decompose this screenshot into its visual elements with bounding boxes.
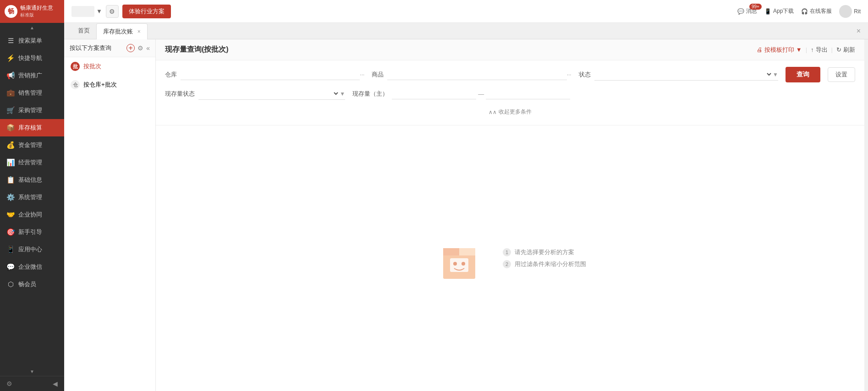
scheme-panel-header: 按以下方案查询 + ⚙ « (64, 39, 155, 57)
empty-tip-2: 2 用过滤条件来缩小分析范围 (503, 260, 586, 268)
sidebar-collapse-icon[interactable]: ◀ (53, 380, 58, 387)
collapse-more-btn[interactable]: ∧∧ 收起更多条件 (165, 105, 855, 119)
app-download-btn[interactable]: 📱 App下载 (764, 7, 794, 15)
search-nav-icon: ☰ (6, 37, 15, 45)
sidebar-item-wechat[interactable]: 💬 企业微信 (0, 258, 64, 276)
sidebar-item-system[interactable]: ⚙️ 系统管理 (0, 189, 64, 206)
query-btn[interactable]: 查询 (786, 67, 820, 82)
guide-nav-icon: 🎯 (6, 228, 15, 236)
sidebar-item-marketing[interactable]: 📢 营销推广 (0, 67, 64, 84)
basic-nav-icon: 📋 (6, 176, 15, 184)
warehouse-input[interactable] (181, 69, 360, 80)
tabbar: 首页 库存批次账 × × (64, 23, 868, 39)
sidebar-item-finance[interactable]: 💰 资金管理 (0, 136, 64, 154)
filter-stock-main: 现存量（主） — (352, 88, 570, 99)
close-all-tabs-btn[interactable]: × (857, 27, 861, 35)
status-select[interactable] (594, 69, 773, 80)
stock-main-label: 现存量（主） (352, 90, 388, 98)
scheme-item-by-batch-icon: 批 (71, 62, 80, 71)
svg-marker-2 (443, 248, 459, 255)
tab-close-icon[interactable]: × (137, 28, 141, 35)
nav-controls: ▼ (71, 6, 102, 17)
print-btn[interactable]: 🖨 按模板打印 ▼ (757, 46, 802, 54)
apps-nav-icon: 📱 (6, 245, 15, 254)
main-area: ▼ ⚙ 体验行业方案 💬 消息 99+ 📱 App下载 🎧 在线客服 Rit (64, 0, 868, 391)
stock-main-dash: — (476, 91, 486, 98)
stock-status-label: 现存量状态 (165, 90, 195, 98)
sidebar-item-purchase[interactable]: 🛒 采购管理 (0, 102, 64, 119)
user-profile-btn[interactable]: Rit (839, 5, 861, 18)
topbar-right: 💬 消息 99+ 📱 App下载 🎧 在线客服 Rit (737, 5, 861, 18)
scheme-item-by-warehouse-batch[interactable]: 仓 按仓库+批次 (64, 76, 155, 94)
online-service-btn[interactable]: 🎧 在线客服 (801, 7, 832, 15)
goods-more-btn[interactable]: ··· (567, 71, 571, 78)
status-label: 状态 (579, 71, 591, 79)
sidebar-item-search[interactable]: ☰ 搜索菜单 (0, 32, 64, 49)
sidebar-item-guide[interactable]: 🎯 新手引导 (0, 223, 64, 241)
sidebar-footer: ⚙ ◀ (0, 376, 64, 391)
tab-inventory-batch[interactable]: 库存批次账 × (96, 23, 148, 39)
refresh-btn[interactable]: ↻ 刷新 (836, 46, 855, 54)
page-actions: 🖨 按模板打印 ▼ | ↑ 导出 | ↻ 刷新 (757, 46, 855, 54)
right-scrollbar[interactable] (864, 39, 868, 391)
tab-home[interactable]: 首页 (71, 23, 96, 39)
sidebar-item-member[interactable]: ⬡ 畅会员 (0, 276, 64, 293)
main-content: 现存量查询(按批次) 🖨 按模板打印 ▼ | ↑ 导出 | ↻ (156, 39, 864, 391)
sidebar-item-basic[interactable]: 📋 基础信息 (0, 171, 64, 189)
purchase-nav-icon: 🛒 (6, 106, 15, 114)
topbar: ▼ ⚙ 体验行业方案 💬 消息 99+ 📱 App下载 🎧 在线客服 Rit (64, 0, 868, 23)
goods-input[interactable] (387, 69, 566, 80)
export-btn[interactable]: ↑ 导出 (811, 46, 828, 54)
topbar-settings-btn[interactable]: ⚙ (106, 5, 119, 18)
nav-dropdown-icon[interactable]: ▼ (96, 8, 102, 15)
filter-status: 状态 ▼ (579, 69, 778, 81)
user-avatar (839, 5, 852, 18)
svg-point-6 (461, 262, 465, 266)
export-icon: ↑ (811, 46, 814, 53)
settings-set-btn[interactable]: 设置 (828, 67, 855, 82)
print-dropdown-icon[interactable]: ▼ (796, 46, 802, 53)
divider-2: | (831, 46, 833, 53)
messages-btn[interactable]: 💬 消息 99+ (737, 7, 757, 15)
scheme-item-by-batch[interactable]: 批 按批次 (64, 57, 155, 76)
scheme-collapse-btn[interactable]: « (146, 44, 150, 52)
industry-solution-btn[interactable]: 体验行业方案 (122, 5, 171, 18)
finance-nav-icon: 💰 (6, 141, 15, 149)
sidebar-item-apps[interactable]: 📱 应用中心 (0, 241, 64, 258)
sidebar-item-collab[interactable]: 🤝 企业协同 (0, 206, 64, 223)
svg-point-5 (453, 262, 457, 266)
phone-icon: 📱 (764, 8, 771, 15)
scheme-add-btn[interactable]: + (126, 44, 135, 52)
sidebar-item-operation[interactable]: 📊 经营管理 (0, 154, 64, 171)
stock-main-from-input[interactable] (392, 88, 476, 99)
scheme-settings-btn[interactable]: ⚙ (137, 44, 143, 52)
page-header: 现存量查询(按批次) 🖨 按模板打印 ▼ | ↑ 导出 | ↻ (156, 39, 864, 60)
sidebar-nav: ☰ 搜索菜单 ⚡ 快捷导航 📢 营销推广 💼 销售管理 🛒 采购管理 📦 库存核… (0, 32, 64, 367)
status-dropdown[interactable]: ▼ (594, 69, 778, 81)
sidebar-item-inventory[interactable]: 📦 库存核算 (0, 119, 64, 136)
empty-state: 1 请先选择要分析的方案 2 用过滤条件来缩小分析范围 (156, 125, 864, 391)
empty-tip-1: 1 请先选择要分析的方案 (503, 248, 586, 256)
headset-icon: 🎧 (801, 8, 808, 15)
stock-main-to-input[interactable] (486, 88, 570, 99)
warehouse-label: 仓库 (165, 71, 177, 79)
sidebar-scroll-up[interactable]: ▲ (0, 23, 64, 32)
inventory-nav-icon: 📦 (6, 124, 15, 132)
sidebar-scroll-down[interactable]: ▼ (0, 367, 64, 376)
sidebar-header: 畅 畅康通好生意 标准版 (0, 0, 64, 23)
system-nav-icon: ⚙️ (6, 193, 15, 201)
scheme-panel-actions: + ⚙ « (126, 44, 150, 52)
page-title: 现存量查询(按批次) (165, 45, 229, 54)
warehouse-more-btn[interactable]: ··· (360, 71, 364, 78)
stock-status-dropdown[interactable]: ▼ (198, 88, 345, 100)
quick-nav-icon: ⚡ (6, 54, 15, 62)
sidebar-settings-icon[interactable]: ⚙ (6, 380, 12, 387)
message-badge: 99+ (749, 4, 762, 10)
scheme-panel-title: 按以下方案查询 (70, 44, 111, 52)
sidebar-item-quick[interactable]: ⚡ 快捷导航 (0, 49, 64, 67)
sidebar-item-sales[interactable]: 💼 销售管理 (0, 84, 64, 102)
wechat-nav-icon: 💬 (6, 263, 15, 271)
stock-status-select[interactable] (198, 88, 340, 99)
nav-back-btn[interactable] (71, 6, 94, 17)
divider-1: | (806, 46, 807, 53)
